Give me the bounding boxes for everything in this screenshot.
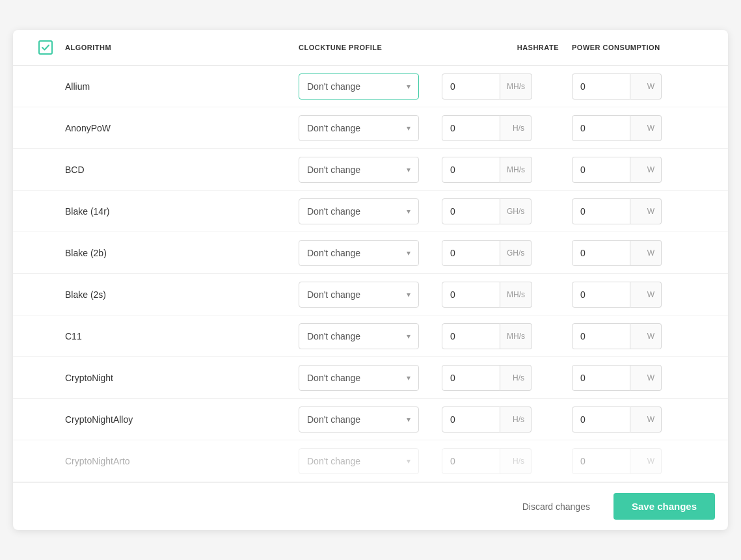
table-row: CryptoNightAlloy Don't change ▾ H/s W <box>13 399 728 440</box>
algo-name-6: C11 <box>65 331 299 341</box>
power-cell-1: W <box>572 115 715 141</box>
power-unit-5: W <box>630 282 662 308</box>
power-cell-7: W <box>572 365 715 391</box>
select-value-0: Don't change <box>307 81 360 92</box>
select-value-9: Don't change <box>307 456 360 466</box>
profile-select-3[interactable]: Don't change ▾ <box>299 198 442 224</box>
profile-select-5[interactable]: Don't change ▾ <box>299 282 442 308</box>
col-hashrate-header: HASHRATE <box>442 44 572 51</box>
select-box-1[interactable]: Don't change ▾ <box>299 115 419 141</box>
select-box-5[interactable]: Don't change ▾ <box>299 282 419 308</box>
power-unit-1: W <box>630 115 662 141</box>
power-input-7[interactable] <box>572 365 630 391</box>
power-cell-3: W <box>572 198 715 224</box>
power-input-2[interactable] <box>572 157 630 183</box>
hashrate-cell-9: H/s <box>442 448 572 474</box>
profile-select-9[interactable]: Don't change ▾ <box>299 448 442 474</box>
power-unit-9: W <box>630 448 662 474</box>
hashrate-input-8[interactable] <box>442 407 500 433</box>
power-unit-0: W <box>630 73 662 100</box>
power-input-9[interactable] <box>572 448 630 474</box>
power-unit-4: W <box>630 240 662 266</box>
discard-button[interactable]: Discard changes <box>512 495 600 518</box>
power-input-3[interactable] <box>572 198 630 224</box>
hashrate-unit-0: MH/s <box>500 73 532 100</box>
table-row: C11 Don't change ▾ MH/s W <box>13 315 728 357</box>
hashrate-input-2[interactable] <box>442 157 500 183</box>
save-button[interactable]: Save changes <box>613 493 715 520</box>
profile-select-1[interactable]: Don't change ▾ <box>299 115 442 141</box>
power-unit-7: W <box>630 365 662 391</box>
algo-name-3: Blake (14r) <box>65 206 299 217</box>
select-box-2[interactable]: Don't change ▾ <box>299 157 419 183</box>
hashrate-cell-7: H/s <box>442 365 572 391</box>
power-input-5[interactable] <box>572 282 630 308</box>
hashrate-unit-8: H/s <box>500 407 532 433</box>
checkbox-icon[interactable] <box>38 40 53 55</box>
table-row: AnonyPoW Don't change ▾ H/s W <box>13 107 728 149</box>
hashrate-input-1[interactable] <box>442 115 500 141</box>
power-input-0[interactable] <box>572 73 630 100</box>
algo-name-1: AnonyPoW <box>65 123 299 133</box>
profile-select-0[interactable]: Don't change ▾ <box>299 73 442 100</box>
hashrate-unit-1: H/s <box>500 115 532 141</box>
profile-select-8[interactable]: Don't change ▾ <box>299 407 442 433</box>
power-cell-5: W <box>572 282 715 308</box>
select-value-7: Don't change <box>307 373 360 383</box>
power-unit-6: W <box>630 323 662 349</box>
power-cell-6: W <box>572 323 715 349</box>
algo-name-4: Blake (2b) <box>65 248 299 258</box>
col-clocktune-header: CLOCKTUNE PROFILE <box>299 44 442 51</box>
select-box-3[interactable]: Don't change ▾ <box>299 198 419 224</box>
profile-select-2[interactable]: Don't change ▾ <box>299 157 442 183</box>
select-box-6[interactable]: Don't change ▾ <box>299 323 419 349</box>
table-row: Blake (2s) Don't change ▾ MH/s W <box>13 274 728 315</box>
select-box-7[interactable]: Don't change ▾ <box>299 365 419 391</box>
algo-name-8: CryptoNightAlloy <box>65 414 299 425</box>
hashrate-cell-8: H/s <box>442 407 572 433</box>
power-input-1[interactable] <box>572 115 630 141</box>
profile-select-4[interactable]: Don't change ▾ <box>299 240 442 266</box>
select-all-checkbox[interactable] <box>26 40 65 55</box>
chevron-icon-2: ▾ <box>407 165 411 174</box>
table-row: BCD Don't change ▾ MH/s W <box>13 149 728 191</box>
hashrate-cell-6: MH/s <box>442 323 572 349</box>
select-box-9[interactable]: Don't change ▾ <box>299 448 419 474</box>
select-value-3: Don't change <box>307 206 360 217</box>
power-unit-3: W <box>630 198 662 224</box>
hashrate-cell-1: H/s <box>442 115 572 141</box>
hashrate-input-9[interactable] <box>442 448 500 474</box>
select-box-0[interactable]: Don't change ▾ <box>299 73 419 100</box>
hashrate-cell-2: MH/s <box>442 157 572 183</box>
hashrate-unit-3: GH/s <box>500 198 532 224</box>
select-value-6: Don't change <box>307 331 360 341</box>
power-input-8[interactable] <box>572 407 630 433</box>
footer: Discard changes Save changes <box>13 482 728 530</box>
hashrate-unit-5: MH/s <box>500 282 532 308</box>
chevron-icon-9: ▾ <box>407 457 411 466</box>
hashrate-unit-6: MH/s <box>500 323 532 349</box>
hashrate-input-4[interactable] <box>442 240 500 266</box>
power-cell-4: W <box>572 240 715 266</box>
power-input-4[interactable] <box>572 240 630 266</box>
hashrate-input-7[interactable] <box>442 365 500 391</box>
chevron-icon-6: ▾ <box>407 332 411 341</box>
power-input-6[interactable] <box>572 323 630 349</box>
hashrate-input-3[interactable] <box>442 198 500 224</box>
hashrate-unit-7: H/s <box>500 365 532 391</box>
hashrate-input-5[interactable] <box>442 282 500 308</box>
chevron-icon-8: ▾ <box>407 415 411 424</box>
select-box-8[interactable]: Don't change ▾ <box>299 407 419 433</box>
hashrate-unit-4: GH/s <box>500 240 532 266</box>
algo-name-7: CryptoNight <box>65 373 299 383</box>
profile-select-6[interactable]: Don't change ▾ <box>299 323 442 349</box>
profile-select-7[interactable]: Don't change ▾ <box>299 365 442 391</box>
table-row: Blake (14r) Don't change ▾ GH/s W <box>13 191 728 232</box>
hashrate-input-0[interactable] <box>442 73 500 100</box>
select-value-8: Don't change <box>307 414 360 425</box>
table-header: ALGORITHM CLOCKTUNE PROFILE HASHRATE POW… <box>13 30 728 66</box>
power-cell-8: W <box>572 407 715 433</box>
select-box-4[interactable]: Don't change ▾ <box>299 240 419 266</box>
select-value-2: Don't change <box>307 165 360 175</box>
hashrate-input-6[interactable] <box>442 323 500 349</box>
